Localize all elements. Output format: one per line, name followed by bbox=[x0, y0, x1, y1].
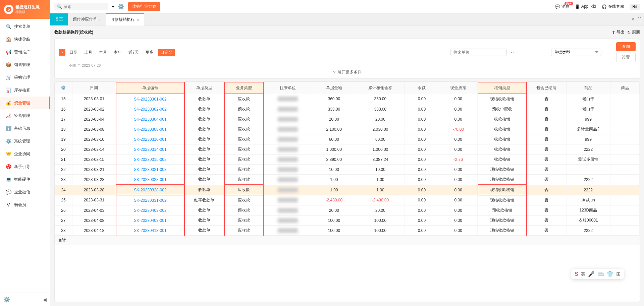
filter-date-range: 不限 至 2023-07-26 bbox=[59, 63, 636, 68]
sidebar-item-hardware[interactable]: 💻 智能硬件 bbox=[0, 173, 50, 186]
billno-link[interactable]: SK-20230304-001 bbox=[134, 117, 166, 122]
billno-link[interactable]: SK-20230331-002 bbox=[134, 198, 166, 203]
cell-goods: 老白干 bbox=[566, 94, 610, 104]
cell-billno: SK-20230331-002 bbox=[116, 195, 184, 205]
filter-date-custom[interactable]: 自定义 bbox=[158, 49, 175, 56]
sidebar-item-newbie[interactable]: 🎯 新手引导 bbox=[0, 160, 50, 173]
cell-include: 否 bbox=[527, 185, 566, 195]
tabbar-right: ✕ ⛶ bbox=[631, 17, 644, 22]
billno-link[interactable]: SK-20230314-001 bbox=[134, 147, 166, 152]
sidebar-item-inventory[interactable]: 📊 库存核算 bbox=[0, 84, 50, 97]
cell-goods2 bbox=[610, 165, 639, 175]
cell-date: 2023-03-21 bbox=[72, 165, 116, 175]
bill-type-select[interactable]: 单据类型 bbox=[551, 49, 601, 56]
cell-verifytype: 现结收款核销 bbox=[478, 185, 527, 195]
cell-billno: SK-20230408-001 bbox=[116, 216, 184, 226]
sidebar-item-finance[interactable]: 💰 资金管理 bbox=[0, 97, 50, 109]
sidebar-item-marketing[interactable]: 📢 营销推广 bbox=[0, 46, 50, 58]
tab-prepay[interactable]: 预付冲应付单 × bbox=[68, 13, 106, 25]
float-english-label[interactable]: 英 bbox=[581, 271, 585, 277]
cell-balance: 0.00 bbox=[405, 94, 439, 104]
table-row: 18 2023-03-08 SK-20230308-001 收款单 应收款 2,… bbox=[55, 124, 640, 134]
tab-home[interactable]: 首页 bbox=[50, 13, 68, 25]
cell-include: 否 bbox=[527, 155, 566, 165]
billno-link[interactable]: SK-20230321-003 bbox=[134, 167, 166, 172]
sidebar-item-member[interactable]: V 畅会员 bbox=[0, 198, 50, 211]
refresh-button[interactable]: ↻ 刷新 bbox=[627, 29, 640, 35]
cell-cumamount: 1.00 bbox=[356, 175, 405, 185]
topbar-user[interactable]: Rit bbox=[630, 4, 640, 10]
table-row: 25 2023-03-31 SK-20230331-002 红字收款单 应收款 … bbox=[55, 195, 640, 205]
cell-no: 16 bbox=[55, 104, 72, 114]
cell-biztype: 预收款 bbox=[224, 104, 263, 114]
cell-partner bbox=[263, 216, 312, 226]
industry-btn[interactable]: 体验行业方案 bbox=[128, 2, 160, 11]
topbar-search-input[interactable] bbox=[63, 4, 104, 9]
tabbar-close-icon[interactable]: ✕ bbox=[631, 17, 635, 22]
filter-expand-btn[interactable]: » bbox=[59, 49, 65, 56]
billno-link[interactable]: SK-20230315-002 bbox=[134, 157, 166, 162]
billno-link[interactable]: SK-20230328-002 bbox=[134, 188, 166, 192]
sidebar-item-operation[interactable]: 📈 经营管理 bbox=[0, 109, 50, 122]
topbar-service[interactable]: 🎧 在线客服 bbox=[602, 4, 624, 9]
tab-verify-close[interactable]: × bbox=[137, 18, 139, 22]
query-button[interactable]: 查询 bbox=[616, 42, 636, 51]
filter-dots[interactable]: ··· bbox=[511, 50, 516, 55]
sidebar-item-search[interactable]: 🔍 搜索菜单 bbox=[0, 20, 50, 33]
sidebar-item-basic[interactable]: ℹ️ 基础信息 bbox=[0, 122, 50, 135]
billno-link[interactable]: SK-20230418-001 bbox=[134, 228, 166, 233]
sidebar-item-wechat[interactable]: 💬 企业微信 bbox=[0, 186, 50, 198]
sidebar-item-wechat-label: 企业微信 bbox=[14, 189, 30, 195]
settings-icon[interactable]: ⚙️ bbox=[3, 296, 10, 303]
billno-link[interactable]: SK-20230310-001 bbox=[134, 137, 166, 142]
tab-prepay-close[interactable]: × bbox=[99, 17, 101, 21]
billno-link[interactable]: SK-20230408-001 bbox=[134, 218, 166, 223]
sidebar-item-purchase[interactable]: 🛒 采购管理 bbox=[0, 71, 50, 84]
table-row: 22 2023-03-21 SK-20230321-003 收款单 应收款 10… bbox=[55, 165, 640, 175]
float-mic-icon[interactable]: 🎤 bbox=[588, 271, 595, 277]
table-row: 15 2023-03-01 SK-20230301-002 收款单 应收款 36… bbox=[55, 94, 640, 104]
export-button[interactable]: ⬆ 导出 bbox=[612, 29, 625, 35]
cell-goods2 bbox=[610, 216, 639, 226]
col-header-no: ⚙️ bbox=[55, 82, 72, 94]
cell-amount: 100.00 bbox=[312, 216, 356, 226]
topbar-dropdown-icon[interactable]: ▾ bbox=[112, 4, 114, 9]
sidebar-logo: 6 畅捷通好生意 标推版 bbox=[0, 0, 50, 19]
cell-include: 否 bbox=[527, 195, 566, 205]
filter-date-this-month[interactable]: 本月 bbox=[96, 49, 110, 56]
filter-date-btns: 上月 本月 本年 近7天 更多 自定义 bbox=[82, 49, 175, 56]
billno-link[interactable]: SK-20230302-002 bbox=[134, 107, 166, 112]
tabbar-expand-icon[interactable]: ⛶ bbox=[637, 17, 641, 22]
float-apps-icon[interactable]: ⊞ bbox=[616, 271, 621, 277]
collapse-icon[interactable]: ◀ bbox=[43, 297, 47, 302]
topbar-gear-icon[interactable]: ⚙️ bbox=[117, 2, 125, 11]
sidebar-item-corp[interactable]: 🤝 企业协同 bbox=[0, 147, 50, 160]
filter-date-this-year[interactable]: 本年 bbox=[111, 49, 124, 56]
filter-date-last-month[interactable]: 上月 bbox=[82, 49, 95, 56]
billno-link[interactable]: SK-20230328-001 bbox=[134, 177, 166, 182]
corp-icon: 🤝 bbox=[5, 151, 11, 157]
partner-input[interactable] bbox=[450, 49, 507, 56]
tab-prepay-label: 预付冲应付单 bbox=[73, 16, 97, 22]
sidebar-item-sales[interactable]: 📦 销售管理 bbox=[0, 58, 50, 71]
sidebar-item-system[interactable]: ⚙️ 系统管理 bbox=[0, 135, 50, 147]
col-header-discount: 现金折扣 bbox=[439, 82, 478, 94]
float-shirt-icon[interactable]: 👕 bbox=[607, 271, 613, 277]
float-keyboard-icon[interactable]: ⌨️ bbox=[597, 271, 604, 277]
cell-billtype: 收款单 bbox=[184, 144, 224, 155]
sidebar-item-quicknav[interactable]: 🏠 快捷导航 bbox=[0, 33, 50, 46]
tab-verify[interactable]: 收款核销执行 × bbox=[106, 13, 144, 25]
expand-more-btn[interactable]: ∨ 展开更多条件 bbox=[333, 69, 361, 75]
topbar-app[interactable]: 📱 App下载 bbox=[575, 4, 596, 9]
billno-link[interactable]: SK-20230403-002 bbox=[134, 208, 166, 213]
topbar-msg[interactable]: 💬 消息 99+ bbox=[555, 4, 570, 9]
cell-goods2 bbox=[610, 195, 639, 205]
cell-cumamount: -2,430.00 bbox=[356, 195, 405, 205]
billno-link[interactable]: SK-20230308-001 bbox=[134, 127, 166, 132]
filter-date-more[interactable]: 更多 bbox=[143, 49, 156, 56]
table-row: 20 2023-03-14 SK-20230314-001 收款单 应收款 1,… bbox=[55, 144, 640, 155]
settings-button[interactable]: 设置 bbox=[616, 53, 636, 62]
member-icon: V bbox=[5, 202, 11, 208]
filter-date-7days[interactable]: 近7天 bbox=[126, 49, 142, 56]
billno-link[interactable]: SK-20230301-002 bbox=[134, 97, 166, 102]
